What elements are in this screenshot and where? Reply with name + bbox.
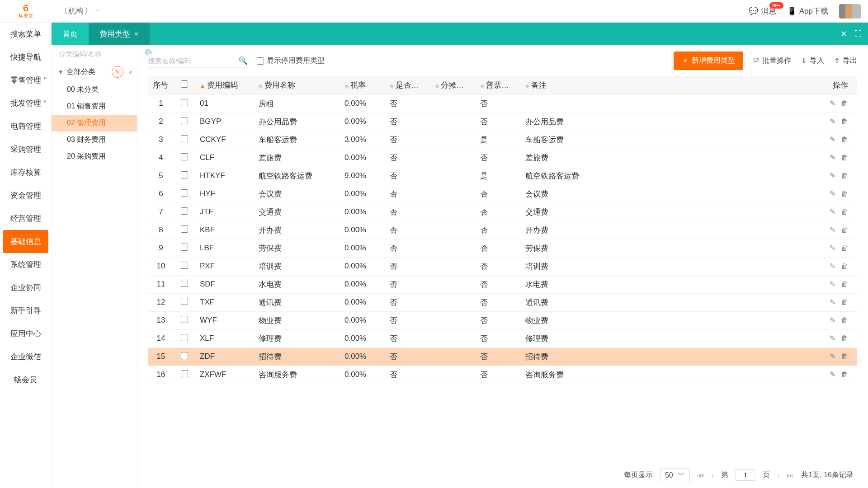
edit-icon[interactable]: ✎ [830,352,835,360]
category-all[interactable]: 全部分类 [66,67,108,77]
table-row[interactable]: 9LBF劳保费0.00%否否劳保费✎🗑 [148,239,857,257]
edit-icon[interactable]: ✎ [830,316,835,324]
delete-icon[interactable]: 🗑 [841,244,848,252]
page-last-icon[interactable]: ⏭ [787,471,794,479]
delete-icon[interactable]: 🗑 [841,280,848,288]
row-checkbox[interactable] [181,244,188,251]
sidebar-item[interactable]: 企业微信 [0,345,51,368]
edit-icon[interactable]: ✎ [830,262,835,270]
row-checkbox[interactable] [181,334,188,341]
row-checkbox[interactable] [181,352,188,359]
table-row[interactable]: 101房租0.00%否否✎🗑 [148,94,857,113]
edit-icon[interactable]: ✎ [830,244,835,252]
category-search-input[interactable] [59,50,145,58]
col-yn1[interactable]: ◆是否… [385,76,430,94]
table-row[interactable]: 10PXF培训费0.00%否否培训费✎🗑 [148,257,857,275]
table-row[interactable]: 2BGYP办公用品费0.00%否否办公用品费✎🗑 [148,113,857,131]
row-checkbox[interactable] [181,117,188,124]
show-disabled-input[interactable] [257,57,264,65]
sidebar-item[interactable]: 经营管理 [0,207,51,230]
messages-button[interactable]: 💬 消息 99+ [749,6,776,16]
row-checkbox[interactable] [181,262,188,269]
delete-icon[interactable]: 🗑 [841,117,848,125]
col-yn3[interactable]: ◆普票… [476,76,521,94]
collapse-icon[interactable]: ▾ [59,67,63,77]
export-button[interactable]: ⇪ 导出 [834,56,857,66]
edit-icon[interactable]: ✎ [830,226,835,234]
table-row[interactable]: 13WYF物业费0.00%否否物业费✎🗑 [148,311,857,329]
add-expense-type-button[interactable]: ＋ 新增费用类型 [674,52,743,70]
page-next-icon[interactable]: › [777,471,779,479]
table-row[interactable]: 11SDF水电费0.00%否否水电费✎🗑 [148,275,857,293]
user-avatar[interactable] [839,4,861,19]
sidebar-item[interactable]: 新手引导 [0,299,51,322]
delete-icon[interactable]: 🗑 [841,99,848,107]
row-checkbox[interactable] [181,298,188,305]
delete-icon[interactable]: 🗑 [841,226,848,234]
table-row[interactable]: 16ZXFWF咨询服务费0.00%否否咨询服务费✎🗑 [148,366,857,384]
row-checkbox[interactable] [181,153,188,160]
category-item[interactable]: 03 财务费用 [52,131,137,148]
edit-icon[interactable]: ✎ [830,190,835,197]
panel-collapse-icon[interactable]: « [129,68,132,75]
table-row[interactable]: 3CCKYF车船客运费3.00%否是车船客运费✎🗑 [148,131,857,149]
sidebar-item[interactable]: 搜索菜单 [0,23,51,46]
table-row[interactable]: 4CLF差旅费0.00%否否差旅费✎🗑 [148,149,857,167]
edit-icon[interactable]: ✎ [830,136,835,143]
page-first-icon[interactable]: ⏮ [697,471,704,479]
sidebar-item[interactable]: 畅会员 [0,368,51,391]
select-all-checkbox[interactable] [181,80,188,88]
row-checkbox[interactable] [181,171,188,178]
sidebar-item[interactable]: 采购管理 [0,138,51,161]
import-button[interactable]: ⇩ 导入 [801,56,824,66]
row-checkbox[interactable] [181,280,188,287]
edit-icon[interactable]: ✎ [830,154,835,161]
table-row[interactable]: 12TXF通讯费0.00%否否通讯费✎🗑 [148,293,857,311]
row-checkbox[interactable] [181,316,188,323]
table-row[interactable]: 5HTKYF航空铁路客运费9.00%否是航空铁路客运费✎🗑 [148,167,857,185]
sidebar-item[interactable]: 基础信息 [3,230,48,253]
sidebar-item[interactable]: 批发管理 [0,92,51,115]
table-row[interactable]: 7JTF交通费0.00%否否交通费✎🗑 [148,203,857,221]
category-item[interactable]: 00 未分类 [52,81,137,98]
sidebar-item[interactable]: 库存核算 [0,161,51,184]
delete-icon[interactable]: 🗑 [841,298,848,306]
page-prev-icon[interactable]: ‹ [712,471,714,479]
batch-action-button[interactable]: ☑ 批量操作 [753,56,791,66]
col-rate[interactable]: ◆税率 [340,76,385,94]
row-checkbox[interactable] [181,135,188,142]
edit-icon[interactable]: ✎ [830,334,835,342]
delete-icon[interactable]: 🗑 [841,316,848,324]
row-checkbox[interactable] [181,99,188,106]
sidebar-item[interactable]: 零售管理 [0,69,51,92]
delete-icon[interactable]: 🗑 [841,262,848,270]
col-remark[interactable]: ◆备注 [521,76,803,94]
edit-icon[interactable]: ✎ [830,298,835,306]
table-row[interactable]: 15ZDF招待费0.00%否否招待费✎🗑 [148,347,857,366]
edit-icon[interactable]: ✎ [830,99,835,107]
edit-icon[interactable]: ✎ [830,172,835,179]
delete-icon[interactable]: 🗑 [841,190,848,197]
tab-home[interactable]: 首页 [52,23,89,45]
sidebar-item[interactable]: 系统管理 [0,253,51,276]
sidebar-item[interactable]: 应用中心 [0,322,51,345]
category-item[interactable]: 01 销售费用 [52,98,137,115]
edit-icon[interactable]: ✎ [830,117,835,125]
row-checkbox[interactable] [181,189,188,197]
show-disabled-checkbox[interactable]: 显示停用费用类型 [257,56,325,66]
list-search-input[interactable] [148,54,238,67]
table-row[interactable]: 8KBF开办费0.00%否否开办费✎🗑 [148,221,857,239]
edit-category-icon[interactable]: ✎ [112,66,123,78]
per-page-select[interactable]: 50 ﹀ [660,468,690,482]
delete-icon[interactable]: 🗑 [841,334,848,342]
table-row[interactable]: 14XLF修理费0.00%否否修理费✎🗑 [148,329,857,347]
table-row[interactable]: 6HYF会议费0.00%否否会议费✎🗑 [148,185,857,203]
col-yn2[interactable]: ◆分摊… [430,76,476,94]
row-checkbox[interactable] [181,370,188,377]
col-seq[interactable]: 序号 [148,76,174,94]
delete-icon[interactable]: 🗑 [841,352,848,360]
edit-icon[interactable]: ✎ [830,280,835,288]
edit-icon[interactable]: ✎ [830,371,835,378]
delete-icon[interactable]: 🗑 [841,371,848,378]
delete-icon[interactable]: 🗑 [841,136,848,143]
